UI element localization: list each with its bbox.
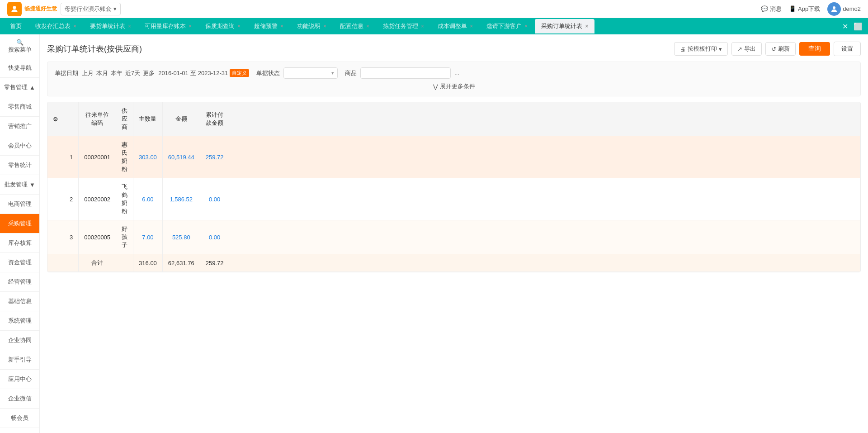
- export-icon: ↗: [737, 46, 742, 52]
- footer-main-qty: 316.00: [133, 254, 163, 272]
- tab-home[interactable]: 首页: [4, 19, 28, 33]
- query-btn[interactable]: 查询: [799, 42, 830, 56]
- close-tab-icon[interactable]: ×: [237, 24, 241, 29]
- table-header-row: ⚙ 往来单位编码 供应商 主数量 金额 累计付款金额: [47, 102, 860, 136]
- shortcut-last-month[interactable]: 上月: [82, 69, 94, 77]
- column-settings-header[interactable]: ⚙: [47, 102, 64, 136]
- refresh-btn[interactable]: ↺ 刷新: [765, 42, 796, 56]
- date-shortcuts: 上月 本月 本年 近7天 更多: [82, 69, 155, 77]
- close-tab-icon[interactable]: ×: [421, 24, 424, 29]
- close-tab-icon[interactable]: ×: [128, 24, 131, 29]
- more-filter-btn[interactable]: ...: [454, 70, 459, 76]
- search-icon: 🔍: [16, 39, 24, 46]
- sidebar-item-new-guide[interactable]: 新手引导: [0, 350, 39, 370]
- export-btn[interactable]: ↗ 导出: [731, 42, 762, 56]
- table-row[interactable]: 3 00020005 好孩子 7.00 525.80 0.00: [47, 220, 860, 254]
- svg-point-1: [833, 6, 835, 9]
- sidebar-item-member-vip[interactable]: 畅会员: [0, 409, 39, 428]
- workspace-selector[interactable]: 母婴行业演示账套 ▾: [61, 3, 121, 15]
- logo-text: 畅捷通好生意: [24, 5, 57, 12]
- main-content: 采购订单统计表(按供应商) 🖨 按模板打印 ▾ ↗ 导出 ↺ 刷新: [40, 34, 868, 433]
- workspace-name: 母婴行业演示账套: [65, 5, 112, 13]
- tab-overstock-warning[interactable]: 超储预警 ×: [248, 19, 290, 33]
- footer-label: 合计: [79, 254, 116, 272]
- tab-purchase-order-stats[interactable]: 采购订单统计表 ×: [535, 19, 594, 33]
- date-from: 2016-01-01: [158, 70, 189, 76]
- sidebar-item-search[interactable]: 🔍 搜索菜单: [0, 34, 39, 58]
- nav-right-buttons: ✕ ⬜: [840, 20, 868, 33]
- expand-filter-btn[interactable]: ⋁ 展开更多条件: [433, 82, 475, 90]
- sidebar-item-enterprise-coop[interactable]: 企业协同: [0, 331, 39, 350]
- tab-expiry-query[interactable]: 保质期查询 ×: [199, 19, 247, 33]
- username: demo2: [843, 5, 861, 12]
- table-row[interactable]: 2 00020002 飞鹤奶粉 6.00 1,586.52 0.00: [47, 178, 860, 220]
- sidebar-item-enterprise-wechat[interactable]: 企业微信: [0, 389, 39, 409]
- logo-area: 畅捷通好生意: [7, 2, 57, 16]
- chevron-down-icon: ▾: [113, 5, 117, 12]
- goods-input[interactable]: [360, 67, 451, 79]
- shortcut-more[interactable]: 更多: [143, 69, 155, 77]
- print-btn[interactable]: 🖨 按模板打印 ▾: [674, 42, 728, 56]
- sidebar-item-ops-mgmt[interactable]: 经营管理: [0, 272, 39, 292]
- goods-filter-label: 商品: [345, 69, 357, 77]
- table-row[interactable]: 1 00020001 惠氏奶粉 303.00 60,519.44 259.72: [47, 136, 860, 178]
- sidebar-item-marketing[interactable]: 营销推广: [0, 117, 39, 136]
- sidebar-item-basic-info[interactable]: 基础信息: [0, 292, 39, 311]
- close-all-tabs-btn[interactable]: ✕: [840, 20, 850, 33]
- print-icon: 🖨: [680, 46, 686, 52]
- tab-config-info[interactable]: 配置信息 ×: [334, 19, 376, 33]
- sidebar-item-purchase-mgmt[interactable]: 采购管理: [0, 214, 39, 233]
- refresh-icon: ↺: [771, 46, 776, 52]
- sidebar-item-wholesale-mgmt[interactable]: 批发管理 ▼: [0, 175, 39, 195]
- close-tab-icon[interactable]: ×: [366, 24, 369, 29]
- shortcut-this-month[interactable]: 本月: [96, 69, 108, 77]
- status-select-wrapper: ▾: [283, 67, 338, 79]
- chevron-icon: ▼: [29, 181, 35, 188]
- close-tab-icon[interactable]: ×: [189, 24, 192, 29]
- shortcut-7days[interactable]: 近7天: [125, 69, 140, 77]
- close-tab-icon[interactable]: ×: [585, 24, 588, 29]
- close-tab-icon[interactable]: ×: [470, 24, 473, 29]
- filter-row: 单据日期 上月 本月 本年 近7天 更多 2016-01-01 至 2023-1…: [55, 67, 853, 79]
- tab-cost-adjust[interactable]: 成本调整单 ×: [431, 19, 479, 33]
- settings-btn[interactable]: 设置: [834, 42, 861, 56]
- status-filter-label: 单据状态: [256, 69, 280, 77]
- tab-invite-downstream[interactable]: 邀请下游客户 ×: [480, 19, 534, 33]
- sidebar-item-app-center[interactable]: 应用中心: [0, 370, 39, 389]
- filter-area: 单据日期 上月 本月 本年 近7天 更多 2016-01-01 至 2023-1…: [47, 62, 861, 96]
- status-select[interactable]: [283, 67, 338, 79]
- page-container: 采购订单统计表(按供应商) 🖨 按模板打印 ▾ ↗ 导出 ↺ 刷新: [40, 34, 868, 433]
- close-tab-icon[interactable]: ×: [524, 24, 528, 29]
- download-icon: 📱: [789, 5, 796, 12]
- sidebar-item-inventory-check[interactable]: 库存核算: [0, 233, 39, 253]
- sidebar-item-member-center[interactable]: 会员中心: [0, 136, 39, 156]
- sidebar-item-retail-stats[interactable]: 零售统计: [0, 156, 39, 175]
- close-tab-icon[interactable]: ×: [280, 24, 283, 29]
- sidebar-item-capital-mgmt[interactable]: 资金管理: [0, 253, 39, 272]
- close-tab-icon[interactable]: ×: [323, 24, 326, 29]
- page-header: 采购订单统计表(按供应商) 🖨 按模板打印 ▾ ↗ 导出 ↺ 刷新: [47, 42, 861, 56]
- tab-pickup-task[interactable]: 拣货任务管理 ×: [377, 19, 430, 33]
- close-tab-icon[interactable]: ×: [73, 24, 76, 29]
- user-menu[interactable]: demo2: [827, 2, 861, 16]
- nav-tabs: 首页 收发存汇总表 × 要货单统计表 × 可用量库存账本 × 保质期查询 × 超…: [0, 18, 868, 34]
- app-download-btn[interactable]: 📱 App下载: [789, 5, 820, 13]
- tab-purchase-stats[interactable]: 要货单统计表 ×: [84, 19, 137, 33]
- footer-paid-amount: 259.72: [200, 254, 229, 272]
- maximize-btn[interactable]: ⬜: [852, 20, 864, 33]
- sidebar-item-system-mgmt[interactable]: 系统管理: [0, 311, 39, 331]
- sidebar: 🔍 搜索菜单 快捷导航 零售管理 ▲ 零售商城 营销推广 会员中心 零售统计 批…: [0, 34, 40, 433]
- shortcut-this-year[interactable]: 本年: [111, 69, 123, 77]
- footer-amount: 62,631.76: [162, 254, 200, 272]
- column-main-qty-header: 主数量: [133, 102, 163, 136]
- top-bar-right: 💬 消息 📱 App下载 demo2: [761, 2, 861, 16]
- sidebar-item-ecommerce-mgmt[interactable]: 电商管理: [0, 195, 39, 214]
- messages-btn[interactable]: 💬 消息: [761, 5, 782, 13]
- tab-function-desc[interactable]: 功能说明 ×: [291, 19, 333, 33]
- home-tab-label: 首页: [10, 22, 22, 30]
- tab-inventory-ledger[interactable]: 可用量库存账本 ×: [138, 19, 198, 33]
- tab-receive-summary[interactable]: 收发存汇总表 ×: [29, 19, 83, 33]
- sidebar-item-retail-shop[interactable]: 零售商城: [0, 97, 39, 117]
- sidebar-item-quick-nav[interactable]: 快捷导航: [0, 58, 39, 78]
- sidebar-item-retail-mgmt[interactable]: 零售管理 ▲: [0, 78, 39, 97]
